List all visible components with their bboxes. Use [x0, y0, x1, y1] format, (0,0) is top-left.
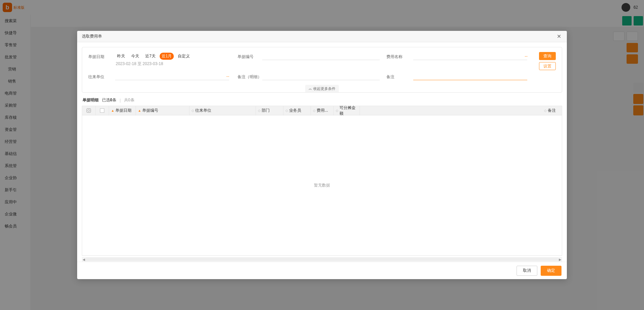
total-count: 共0条: [124, 97, 135, 103]
col-party[interactable]: ◇往来单位: [190, 106, 256, 115]
horizontal-scrollbar[interactable]: ◀ ▶: [82, 257, 562, 262]
memo-detail-input[interactable]: [262, 73, 380, 80]
scroll-track[interactable]: [86, 258, 558, 261]
sort-icon: ◇: [258, 110, 261, 111]
col-checkbox[interactable]: [96, 106, 109, 115]
memo-input[interactable]: [413, 73, 527, 80]
col-code[interactable]: ▲单据编号: [136, 106, 190, 115]
date-option-custom[interactable]: 自定义: [176, 53, 192, 60]
date-option-today[interactable]: 今天: [129, 53, 141, 60]
filter-memo-detail: 备注（明细）: [237, 73, 380, 80]
detail-title: 单据明细: [83, 97, 99, 103]
col-dept[interactable]: ◇部门: [256, 106, 283, 115]
date-option-7d[interactable]: 近7天: [143, 53, 158, 60]
modal: 选取费用单 ✕ 单据日期 昨天 今天 近7天: [77, 31, 567, 279]
date-option-yesterday[interactable]: 昨天: [115, 53, 127, 60]
sort-icon: ◇: [313, 110, 316, 111]
modal-body: 单据日期 昨天 今天 近7天 近1月 自定义 2023-02-18 至 2023…: [77, 42, 567, 262]
fee-name-input[interactable]: [413, 53, 527, 60]
filter-party: 往来单位 ···: [88, 73, 231, 80]
filter-fee-name: 费用名称 ···: [386, 53, 529, 60]
sort-asc-icon: ▲: [111, 110, 114, 111]
query-button[interactable]: 查询: [539, 52, 556, 60]
sort-asc-icon: ▲: [138, 110, 141, 111]
chevron-up-icon: ︽: [309, 86, 312, 91]
more-icon[interactable]: ···: [226, 73, 229, 79]
filter-date: 单据日期 昨天 今天 近7天 近1月 自定义 2023-02-18 至 2023…: [88, 53, 231, 67]
col-staff[interactable]: ◇业务员: [283, 106, 311, 115]
filter-panel: 单据日期 昨天 今天 近7天 近1月 自定义 2023-02-18 至 2023…: [82, 47, 562, 93]
modal-header: 选取费用单 ✕: [77, 31, 567, 42]
party-input[interactable]: [115, 73, 229, 80]
label-memo-detail: 备注（明细）: [237, 73, 263, 80]
confirm-button[interactable]: 确定: [541, 266, 561, 276]
sort-icon: ◇: [336, 110, 338, 111]
settings-button[interactable]: 设置: [539, 62, 556, 70]
label-fee-name: 费用名称: [386, 53, 413, 60]
table-empty: 暂无数据: [82, 115, 562, 255]
modal-title: 选取费用单: [82, 34, 102, 39]
modal-footer: 取消 确定: [77, 262, 567, 279]
gear-icon: [87, 108, 91, 113]
code-input[interactable]: [262, 53, 380, 60]
col-amount[interactable]: ◇可分摊金额: [334, 106, 360, 115]
table-header: ▲单据日期 ▲单据编号 ◇往来单位 ◇部门 ◇业务员 ◇费用... ◇可分摊金额…: [82, 106, 562, 115]
col-remark[interactable]: ◇备注: [360, 106, 562, 115]
label-code: 单据编号: [237, 53, 263, 60]
sort-icon: ◇: [192, 110, 194, 111]
scroll-left-icon[interactable]: ◀: [82, 258, 86, 261]
col-date[interactable]: ▲单据日期: [109, 106, 136, 115]
label-memo: 备注: [386, 73, 413, 80]
filter-memo: 备注: [386, 73, 529, 80]
modal-overlay: 选取费用单 ✕ 单据日期 昨天 今天 近7天: [0, 0, 644, 310]
collapse-label: 收起更多条件: [313, 86, 335, 91]
filter-code: 单据编号: [237, 53, 380, 60]
selected-count: 已选0条: [102, 97, 116, 103]
sort-icon: ◇: [285, 110, 288, 111]
scroll-right-icon[interactable]: ▶: [558, 258, 562, 261]
cancel-button[interactable]: 取消: [517, 266, 537, 276]
close-icon[interactable]: ✕: [555, 33, 562, 40]
sort-icon: ◇: [544, 110, 547, 111]
collapse-toggle[interactable]: ︽ 收起更多条件: [305, 85, 339, 92]
date-range-text: 2023-02-18 至 2023-03-18: [116, 61, 192, 67]
label-date: 单据日期: [88, 53, 115, 60]
col-settings[interactable]: [82, 106, 96, 115]
detail-header: 单据明细 已选0条 | 共0条: [83, 97, 562, 103]
table: ▲单据日期 ▲单据编号 ◇往来单位 ◇部门 ◇业务员 ◇费用... ◇可分摊金额…: [82, 106, 562, 256]
more-icon[interactable]: ···: [525, 53, 528, 59]
label-party: 往来单位: [88, 73, 115, 80]
checkbox-icon: [100, 108, 104, 113]
col-fee[interactable]: ◇费用...: [311, 106, 334, 115]
date-option-1m[interactable]: 近1月: [160, 53, 174, 60]
